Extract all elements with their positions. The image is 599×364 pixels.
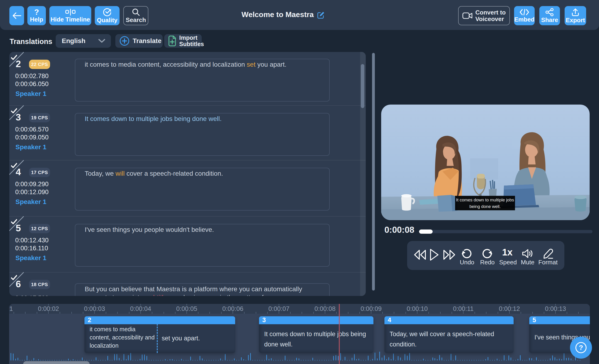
svg-text:It comes down to multiple jobs: It comes down to multiple jobs (456, 198, 514, 202)
svg-text:?: ? (579, 344, 583, 351)
svg-text:being done well.: being done well. (469, 204, 501, 209)
